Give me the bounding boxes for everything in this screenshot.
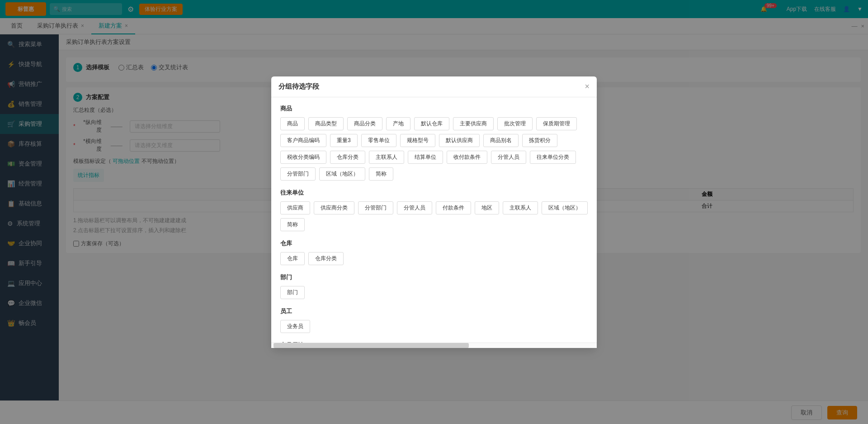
tag-goods-21[interactable]: 往来单位分类 [530, 151, 576, 164]
modal-header: 分组待选字段 × [271, 76, 597, 97]
tag-partner-7[interactable]: 区域（地区） [542, 201, 588, 214]
tag-goods-15[interactable]: 税收分类编码 [280, 151, 326, 164]
section-staff: 员工 业务员 [280, 307, 588, 333]
tag-partner-0[interactable]: 供应商 [280, 201, 310, 214]
tag-goods-0[interactable]: 商品 [280, 117, 305, 130]
tag-goods-10[interactable]: 零售单位 [361, 134, 396, 147]
tag-goods-7[interactable]: 保质期管理 [536, 117, 577, 130]
tag-partner-5[interactable]: 地区 [475, 201, 499, 214]
tag-goods-14[interactable]: 拣货积分 [522, 134, 557, 147]
tag-goods-8[interactable]: 客户商品编码 [280, 134, 326, 147]
tag-goods-6[interactable]: 批次管理 [497, 117, 533, 130]
goods-tags: 商品 商品类型 商品分类 产地 默认仓库 主要供应商 批次管理 保质期管理 客户… [280, 117, 588, 181]
modal-overlay: 分组待选字段 × 商品 商品 商品类型 商品分类 产地 默认仓库 主要供应商 批… [0, 0, 868, 424]
tag-goods-18[interactable]: 结算单位 [408, 151, 443, 164]
tag-goods-19[interactable]: 收付款条件 [447, 151, 487, 164]
modal-close-btn[interactable]: × [585, 82, 590, 91]
tag-goods-20[interactable]: 分管人员 [491, 151, 526, 164]
tag-warehouse-1[interactable]: 仓库分类 [308, 252, 344, 265]
section-staff-title: 员工 [280, 307, 588, 315]
tag-goods-17[interactable]: 主联系人 [369, 151, 404, 164]
tag-goods-12[interactable]: 默认供应商 [439, 134, 480, 147]
warehouse-tags: 仓库 仓库分类 [280, 252, 588, 265]
tag-goods-13[interactable]: 商品别名 [483, 134, 519, 147]
staff-tags: 业务员 [280, 320, 588, 333]
section-warehouse: 仓库 仓库 仓库分类 [280, 239, 588, 265]
modal-hscroll [271, 343, 597, 348]
tag-partner-1[interactable]: 供应商分类 [314, 201, 354, 214]
modal-title: 分组待选字段 [278, 82, 319, 91]
tag-goods-23[interactable]: 区域（地区） [319, 167, 365, 181]
section-partner: 往来单位 供应商 供应商分类 分管部门 分管人员 付款条件 地区 主联系人 区域… [280, 189, 588, 231]
tag-dept-0[interactable]: 部门 [280, 286, 305, 299]
tag-goods-2[interactable]: 商品分类 [347, 117, 382, 130]
tag-partner-8[interactable]: 简称 [280, 218, 305, 231]
tag-goods-4[interactable]: 默认仓库 [414, 117, 449, 130]
modal: 分组待选字段 × 商品 商品 商品类型 商品分类 产地 默认仓库 主要供应商 批… [271, 76, 597, 348]
section-dept-title: 部门 [280, 273, 588, 281]
section-goods-title: 商品 [280, 105, 588, 113]
tag-warehouse-0[interactable]: 仓库 [280, 252, 305, 265]
tag-goods-1[interactable]: 商品类型 [308, 117, 344, 130]
tag-goods-16[interactable]: 仓库分类 [330, 151, 365, 164]
tag-goods-24[interactable]: 简称 [369, 167, 393, 181]
modal-body: 商品 商品 商品类型 商品分类 产地 默认仓库 主要供应商 批次管理 保质期管理… [271, 97, 597, 343]
tag-partner-2[interactable]: 分管部门 [358, 201, 393, 214]
tag-partner-6[interactable]: 主联系人 [503, 201, 538, 214]
tag-partner-3[interactable]: 分管人员 [397, 201, 432, 214]
tag-goods-22[interactable]: 分管部门 [280, 167, 316, 181]
tag-goods-9[interactable]: 重量3 [330, 134, 358, 147]
section-goods: 商品 商品 商品类型 商品分类 产地 默认仓库 主要供应商 批次管理 保质期管理… [280, 105, 588, 181]
section-partner-title: 往来单位 [280, 189, 588, 197]
dept-tags: 部门 [280, 286, 588, 299]
tag-goods-3[interactable]: 产地 [386, 117, 410, 130]
tag-partner-4[interactable]: 付款条件 [436, 201, 471, 214]
tag-goods-5[interactable]: 主要供应商 [453, 117, 494, 130]
section-department: 部门 部门 [280, 273, 588, 299]
section-warehouse-title: 仓库 [280, 239, 588, 248]
partner-tags: 供应商 供应商分类 分管部门 分管人员 付款条件 地区 主联系人 区域（地区） … [280, 201, 588, 231]
tag-goods-11[interactable]: 规格型号 [400, 134, 435, 147]
tag-staff-0[interactable]: 业务员 [280, 320, 310, 333]
